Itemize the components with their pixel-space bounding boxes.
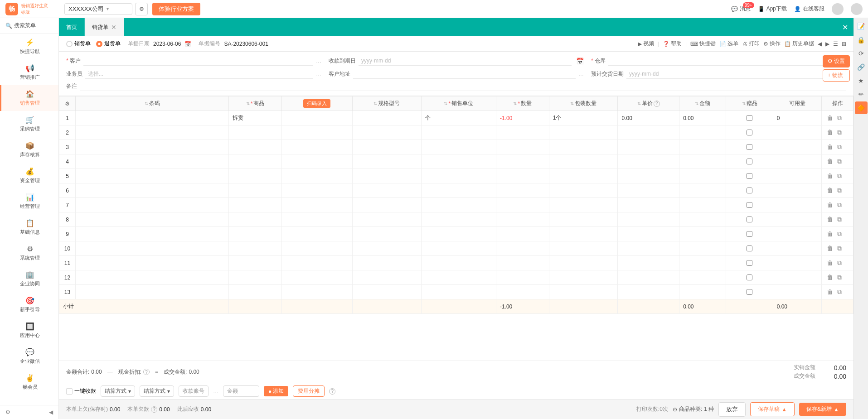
toolbar-next[interactable]: ▶: [825, 41, 829, 47]
app-download-button[interactable]: 📱 App下载: [758, 5, 787, 13]
right-panel-note-icon[interactable]: 📝: [855, 20, 868, 33]
row-pack-qty[interactable]: [549, 212, 618, 227]
row-copy-icon[interactable]: ⧉: [837, 201, 842, 208]
row-pack-qty[interactable]: [549, 256, 618, 270]
row-spec[interactable]: [352, 111, 421, 125]
unit-price-help-icon[interactable]: ?: [654, 101, 660, 107]
logistics-btn[interactable]: + 物流: [823, 69, 850, 82]
sidebar-settings-icon[interactable]: ⚙: [5, 409, 10, 415]
save-draft-button[interactable]: 保存草稿 ▲: [750, 402, 795, 416]
sidebar-item-enterprise[interactable]: 🏢 企业协同: [0, 266, 58, 292]
row-copy-icon[interactable]: ⧉: [837, 274, 842, 281]
row-copy-icon[interactable]: ⧉: [837, 187, 842, 194]
row-unit-price[interactable]: [618, 285, 679, 299]
row-unit-price[interactable]: [618, 140, 679, 154]
pay-amount-field[interactable]: 金额: [223, 385, 259, 397]
scan-button[interactable]: 扫码录入: [303, 99, 330, 108]
row-spec[interactable]: [352, 285, 421, 299]
row-qty[interactable]: [496, 256, 549, 270]
row-delete-icon[interactable]: 🗑: [827, 216, 833, 223]
avatar[interactable]: [832, 3, 844, 15]
online-support-button[interactable]: 👤 在线客服: [794, 5, 824, 13]
expected-delivery-input[interactable]: [626, 69, 834, 79]
row-unit[interactable]: [421, 198, 496, 212]
one-click-pay[interactable]: 一键收款: [66, 387, 96, 395]
row-qty[interactable]: -1.00: [496, 111, 549, 125]
row-copy-icon[interactable]: ⧉: [837, 259, 842, 266]
tab-close-icon[interactable]: ✕: [111, 24, 116, 31]
row-unit-price[interactable]: [618, 227, 679, 241]
settings-btn[interactable]: ⚙ 设置: [823, 55, 850, 67]
sidebar-item-app-center[interactable]: 🔲 应用中心: [0, 318, 58, 343]
row-amount[interactable]: [679, 140, 726, 154]
row-qty[interactable]: [496, 154, 549, 169]
row-product[interactable]: 拆贡: [229, 111, 282, 125]
row-copy-icon[interactable]: ⧉: [837, 288, 842, 295]
row-copy-icon[interactable]: ⧉: [837, 114, 842, 121]
row-qty[interactable]: [496, 198, 549, 212]
row-spec[interactable]: [352, 227, 421, 241]
row-unit-price[interactable]: 0.00: [618, 111, 679, 125]
row-gift[interactable]: [726, 227, 773, 241]
row-spec[interactable]: [352, 183, 421, 198]
row-product[interactable]: [229, 241, 282, 256]
one-click-checkbox[interactable]: [66, 388, 73, 395]
sidebar-item-guide[interactable]: 🎯 新手引导: [0, 292, 58, 318]
row-barcode[interactable]: [76, 256, 229, 270]
row-product[interactable]: [229, 169, 282, 183]
sidebar-item-marketing[interactable]: 📢 营销推广: [0, 59, 58, 85]
top-settings-icon[interactable]: ⚙: [135, 3, 148, 15]
row-barcode[interactable]: [76, 198, 229, 212]
row-qty[interactable]: [496, 270, 549, 285]
row-unit[interactable]: [421, 256, 496, 270]
row-qty[interactable]: [496, 140, 549, 154]
row-product[interactable]: [229, 270, 282, 285]
toolbar-prev[interactable]: ◀: [818, 41, 822, 47]
expense-split-button[interactable]: 费用分摊: [293, 385, 325, 397]
row-unit[interactable]: 个: [421, 111, 496, 125]
row-barcode[interactable]: [76, 227, 229, 241]
row-delete-icon[interactable]: 🗑: [827, 172, 833, 179]
row-qty[interactable]: [496, 285, 549, 299]
row-spec[interactable]: [352, 241, 421, 256]
row-pack-qty[interactable]: 1个: [549, 111, 618, 125]
row-delete-icon[interactable]: 🗑: [827, 187, 833, 194]
right-panel-edit-icon[interactable]: ✏: [855, 88, 868, 101]
row-qty[interactable]: [496, 125, 549, 140]
radio-return[interactable]: 退货单: [96, 40, 121, 48]
sidebar-item-basic-info[interactable]: 📋 基础信息: [0, 214, 58, 240]
row-unit[interactable]: [421, 270, 496, 285]
row-delete-icon[interactable]: 🗑: [827, 245, 833, 252]
toolbar-shortcut[interactable]: ⌨ 快捷键: [690, 40, 716, 48]
right-panel-lock-icon[interactable]: 🔒: [855, 34, 868, 46]
row-unit-price[interactable]: [618, 169, 679, 183]
row-delete-icon[interactable]: 🗑: [827, 114, 833, 121]
row-barcode[interactable]: [76, 183, 229, 198]
row-unit[interactable]: [421, 125, 496, 140]
row-unit[interactable]: [421, 140, 496, 154]
row-spec[interactable]: [352, 212, 421, 227]
row-product[interactable]: [229, 256, 282, 270]
row-gift[interactable]: [726, 285, 773, 299]
date-picker-icon[interactable]: 📅: [184, 41, 191, 47]
row-delete-icon[interactable]: 🗑: [827, 143, 833, 150]
sidebar-collapse-icon[interactable]: ◀: [49, 409, 53, 415]
toolbar-operation[interactable]: ⚙ 操作: [763, 40, 781, 48]
row-gift[interactable]: [726, 270, 773, 285]
row-amount[interactable]: [679, 227, 726, 241]
sidebar-search[interactable]: 🔍 搜索菜单: [0, 18, 58, 34]
row-barcode[interactable]: [76, 154, 229, 169]
right-panel-link-icon[interactable]: 🔗: [855, 61, 868, 73]
row-copy-icon[interactable]: ⧉: [837, 172, 842, 179]
row-copy-icon[interactable]: ⧉: [837, 143, 842, 150]
row-gift[interactable]: [726, 140, 773, 154]
row-gift[interactable]: [726, 212, 773, 227]
toolbar-help[interactable]: ❓ 帮助: [663, 40, 682, 48]
row-unit[interactable]: [421, 183, 496, 198]
sidebar-item-finance[interactable]: 💰 资金管理: [0, 163, 58, 188]
cash-discount-help-icon[interactable]: ?: [143, 369, 150, 375]
notes-input[interactable]: [80, 82, 846, 91]
avatar2[interactable]: [851, 3, 863, 15]
row-unit-price[interactable]: [618, 270, 679, 285]
row-delete-icon[interactable]: 🗑: [827, 230, 833, 237]
